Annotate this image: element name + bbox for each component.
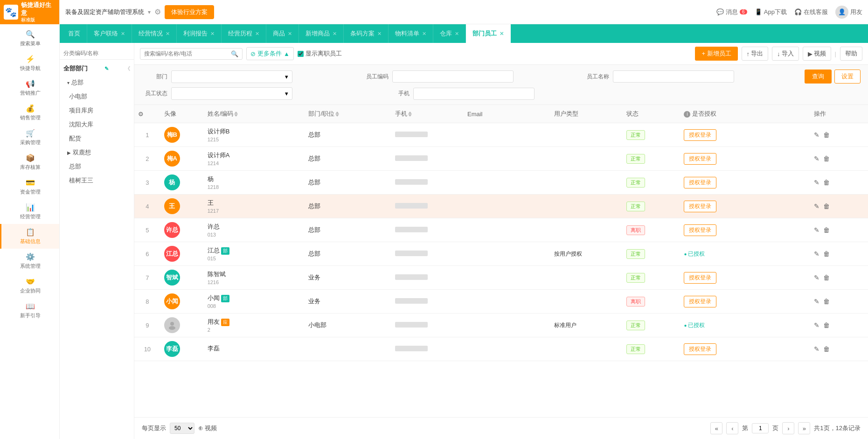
tab-close-icon[interactable]: ✕ xyxy=(121,31,125,37)
emp-name-input[interactable] xyxy=(613,70,734,83)
delete-icon[interactable]: 🗑 xyxy=(823,202,830,210)
delete-icon[interactable]: 🗑 xyxy=(823,321,830,329)
page-nav-icon[interactable]: ⊕ 视频 xyxy=(198,424,217,432)
tab-close-icon[interactable]: ✕ xyxy=(288,31,292,37)
add-employee-button[interactable]: + 新增员工 xyxy=(695,47,737,61)
edit-icon[interactable]: ✎ xyxy=(814,345,819,353)
sidebar-item-enterprise[interactable]: 🤝 企业协同 xyxy=(0,273,59,298)
delete-icon[interactable]: 🗑 xyxy=(823,345,830,353)
phone-input[interactable] xyxy=(413,88,535,100)
th-phone[interactable]: 手机 xyxy=(391,105,464,123)
gear-icon[interactable]: ⚙ xyxy=(154,7,161,16)
online-service-btn[interactable]: 🎧 在线客服 xyxy=(794,8,828,16)
dept-item-project[interactable]: 项目库房 xyxy=(60,104,134,118)
tab-close-icon[interactable]: ✕ xyxy=(500,31,504,37)
emp-code-input[interactable] xyxy=(392,70,514,83)
sidebar-item-system[interactable]: ⚙️ 系统管理 xyxy=(0,249,59,273)
sidebar-item-basic-info[interactable]: 📋 基础信息 xyxy=(0,224,59,249)
tab-customer[interactable]: 客户联络 ✕ xyxy=(87,24,132,43)
edit-icon[interactable]: ✎ xyxy=(814,131,819,139)
edit-icon[interactable]: ✎ xyxy=(814,298,819,305)
show-resigned-input[interactable] xyxy=(298,51,304,57)
tab-close-icon[interactable]: ✕ xyxy=(333,31,337,37)
delete-icon[interactable]: 🗑 xyxy=(823,155,830,162)
tab-barcode[interactable]: 条码方案 ✕ xyxy=(344,24,389,43)
sidebar-item-marketing[interactable]: 📢 营销推广 xyxy=(0,76,59,100)
edit-icon[interactable]: ✎ xyxy=(814,226,819,234)
dept-item-zhishu[interactable]: 植树王三 xyxy=(60,174,134,188)
edit-icon[interactable]: ✎ xyxy=(814,250,819,258)
dept-item-zongbu[interactable]: 总部 xyxy=(60,160,134,174)
tab-close-icon[interactable]: ✕ xyxy=(377,31,382,37)
edit-icon[interactable]: ✎ xyxy=(814,179,819,186)
dept-search-input[interactable] xyxy=(63,50,133,56)
tab-new-goods[interactable]: 新增商品 ✕ xyxy=(299,24,344,43)
page-input[interactable] xyxy=(752,423,769,433)
last-page-btn[interactable]: » xyxy=(798,422,810,434)
dept-group-header-zongbu[interactable]: ▾ 总部 xyxy=(60,76,134,90)
more-conditions-btn[interactable]: ⊘ 更多条件 ▲ xyxy=(246,47,294,60)
delete-icon[interactable]: 🗑 xyxy=(823,250,830,258)
auth-button[interactable]: 授权登录 xyxy=(684,296,716,307)
edit-icon[interactable]: ✎ xyxy=(104,66,109,72)
next-page-btn[interactable]: › xyxy=(782,422,794,434)
show-resigned-checkbox[interactable]: 显示离职员工 xyxy=(298,49,342,58)
sidebar-item-sales[interactable]: 💰 销售管理 xyxy=(0,100,59,125)
tab-close-icon[interactable]: ✕ xyxy=(210,31,215,37)
message-btn[interactable]: 💬 消息 6 xyxy=(716,8,747,16)
tab-bom[interactable]: 物料清单 ✕ xyxy=(389,24,433,43)
chevron-down-icon[interactable]: ▾ xyxy=(148,9,151,15)
collapse-icon[interactable]: 《 xyxy=(125,65,130,72)
edit-icon[interactable]: ✎ xyxy=(814,202,819,210)
info-icon[interactable]: i xyxy=(684,111,690,118)
auth-button[interactable]: 授权登录 xyxy=(684,272,716,284)
edit-icon[interactable]: ✎ xyxy=(814,274,819,281)
emp-status-select[interactable]: ▾ xyxy=(171,87,292,100)
search-icon[interactable]: 🔍 xyxy=(231,50,238,57)
sidebar-item-search[interactable]: 🔍 搜索菜单 xyxy=(0,26,59,51)
th-dept-pos[interactable]: 部门/职位 xyxy=(305,105,391,123)
sidebar-item-guide[interactable]: 📖 新手引导 xyxy=(0,298,59,323)
edit-icon[interactable]: ✎ xyxy=(814,321,819,329)
tab-history[interactable]: 经营历程 ✕ xyxy=(222,24,266,43)
all-dept-header[interactable]: 全部部门 ✎ 《 xyxy=(60,62,134,76)
tab-profit[interactable]: 利润报告 ✕ xyxy=(177,24,222,43)
auth-button[interactable]: 授权登录 xyxy=(684,343,716,355)
dept-item-shenyang[interactable]: 沈阳大库 xyxy=(60,118,134,132)
auth-button[interactable]: 授权登录 xyxy=(684,177,716,188)
auth-button[interactable]: 授权登录 xyxy=(684,129,716,141)
sidebar-item-finance[interactable]: 💳 资金管理 xyxy=(0,174,59,199)
set-button[interactable]: 设置 xyxy=(834,70,861,84)
delete-icon[interactable]: 🗑 xyxy=(823,179,830,186)
tab-close-icon[interactable]: ✕ xyxy=(166,31,170,37)
auth-button[interactable]: 授权登录 xyxy=(684,153,716,165)
edit-icon[interactable]: ✎ xyxy=(814,155,819,162)
query-button[interactable]: 查询 xyxy=(805,70,832,84)
th-name-code[interactable]: 姓名/编码 xyxy=(204,105,305,123)
tab-warehouse[interactable]: 仓库 ✕ xyxy=(433,24,466,43)
first-page-btn[interactable]: « xyxy=(710,422,722,434)
delete-icon[interactable]: 🗑 xyxy=(823,298,830,305)
prev-page-btn[interactable]: ‹ xyxy=(726,422,738,434)
trial-button[interactable]: 体验行业方案 xyxy=(165,5,214,19)
sidebar-item-inventory[interactable]: 📦 库存核算 xyxy=(0,150,59,174)
video-button[interactable]: ▶ 视频 xyxy=(803,47,831,61)
dept-item-xiaodian[interactable]: 小电部 xyxy=(60,90,134,104)
sidebar-item-quick-nav[interactable]: ⚡ 快捷导航 xyxy=(0,51,59,76)
tab-goods[interactable]: 商品 ✕ xyxy=(266,24,299,43)
user-menu[interactable]: 👤 用友 xyxy=(835,6,862,19)
th-settings[interactable]: ⚙ xyxy=(134,105,160,123)
delete-icon[interactable]: 🗑 xyxy=(823,274,830,281)
import-button[interactable]: ↓ 导入 xyxy=(772,47,799,61)
dept-select[interactable]: ▾ xyxy=(171,70,292,83)
delete-icon[interactable]: 🗑 xyxy=(823,226,830,234)
export-button[interactable]: ↑ 导出 xyxy=(742,47,769,61)
sidebar-item-purchase[interactable]: 🛒 采购管理 xyxy=(0,125,59,150)
delete-icon[interactable]: 🗑 xyxy=(823,131,830,139)
auth-button[interactable]: 授权登录 xyxy=(684,201,716,212)
tab-dept-employee[interactable]: 部门员工 ✕ xyxy=(466,24,511,43)
auth-button[interactable]: 授权登录 xyxy=(684,224,716,236)
sidebar-item-operation[interactable]: 📊 经营管理 xyxy=(0,199,59,224)
help-button[interactable]: 帮助 xyxy=(840,47,862,61)
app-download-btn[interactable]: 📱 App下载 xyxy=(755,8,787,16)
